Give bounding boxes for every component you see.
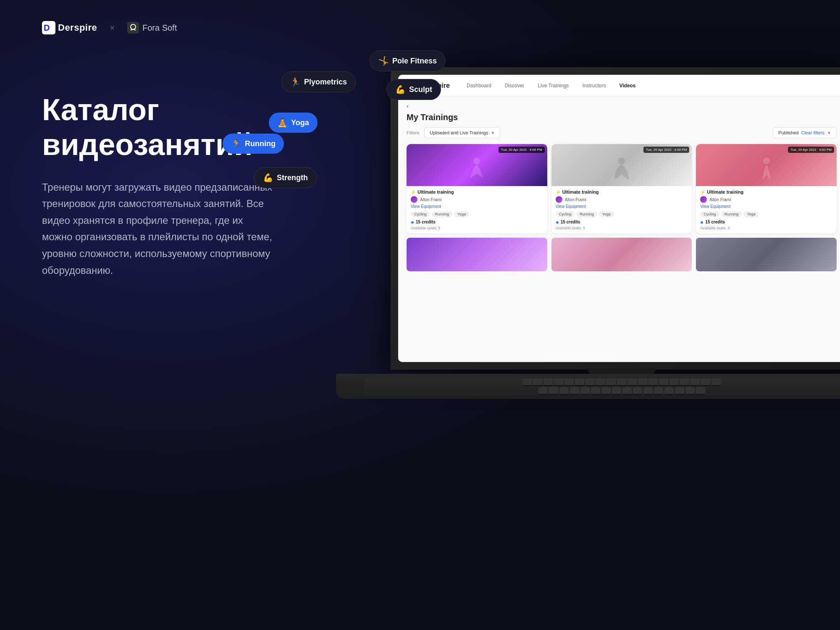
running-label: Running: [245, 139, 276, 148]
derspire-logo-icon: D: [42, 21, 55, 34]
fire-icon-3: ⚡: [700, 190, 705, 194]
filter-type-dropdown[interactable]: Uploaded and Live Trainings ▼: [424, 127, 500, 138]
sculpt-icon: 💪: [395, 84, 406, 94]
card-image-2: Tue, 20 Apr 2022 · 4:00 PM: [551, 144, 692, 186]
section-title: My Trainings: [407, 113, 837, 122]
bottom-card-1[interactable]: [407, 238, 547, 271]
card-title-3: Ultimate training: [707, 189, 743, 194]
plyometrics-icon: 🏃: [290, 77, 301, 87]
figure-svg-1: [466, 157, 487, 186]
bottom-card-2[interactable]: [551, 238, 692, 271]
view-equipment-2[interactable]: View Equipment: [556, 204, 688, 209]
card-body-3: ⚡ Ultimate training Alton Frami View Equ…: [696, 186, 837, 234]
pole-fitness-icon: 🤸: [378, 56, 389, 66]
credits-text-1: 15 credits: [416, 220, 436, 224]
credits-text-2: 15 credits: [561, 220, 580, 224]
tag-cycling-1: Cycling: [411, 211, 430, 217]
card-image-3: Tue, 20 Apr 2022 · 4:00 PM: [696, 144, 837, 186]
nav-dashboard[interactable]: Dashboard: [467, 83, 491, 89]
card-tags-2: Cycling Running Yoga: [556, 211, 688, 217]
derspire-brand: D Derspire: [42, 21, 97, 34]
fire-icon-2: ⚡: [556, 190, 561, 194]
tag-pole-fitness: 🤸 Pole Fitness: [370, 50, 446, 71]
back-button[interactable]: ‹: [407, 103, 837, 109]
app-nav: Dashboard Discover Live Trainings Instru…: [467, 83, 636, 89]
bottom-card-3[interactable]: [696, 238, 837, 271]
keyboard-area: [365, 378, 840, 395]
card-seats-2: Available seats: 5: [556, 226, 688, 230]
fora-soft-icon: [127, 22, 139, 34]
nav-instructors[interactable]: Instructors: [582, 83, 606, 89]
card-image-1: Tue, 20 Apr 2022 · 4:00 PM: [407, 144, 547, 186]
fire-icon-1: ⚡: [411, 190, 416, 194]
pole-fitness-label: Pole Fitness: [392, 57, 437, 66]
card-title-1: Ultimate training: [417, 189, 454, 194]
instructor-name-1: Alton Frami: [420, 197, 441, 202]
tag-strength: 💪 Strength: [254, 167, 317, 188]
instructor-avatar-1: [411, 196, 417, 203]
training-card-2[interactable]: Tue, 20 Apr 2022 · 4:00 PM ⚡ Ultimate tr…: [551, 144, 692, 234]
credits-icon-1: ◉: [411, 220, 414, 224]
description-text: Тренеры могут загружать видео предзаписа…: [42, 179, 273, 279]
top-bar: D Derspire × Fora Soft: [42, 21, 177, 34]
card-seats-3: Available seats: 5: [700, 226, 832, 230]
view-equipment-3[interactable]: View Equipment: [700, 204, 832, 209]
filters-label: Filters: [407, 130, 419, 135]
svg-text:D: D: [44, 23, 50, 32]
fora-soft-label: Fora Soft: [142, 23, 177, 33]
tag-yoga-2: Yoga: [599, 211, 614, 217]
tag-running-1: Running: [432, 211, 453, 217]
tag-plyometrics: 🏃 Plyometrics: [281, 71, 356, 92]
left-content: Каталог видеозанятий Тренеры могут загру…: [42, 92, 273, 278]
card-date-badge-1: Tue, 20 Apr 2022 · 4:00 PM: [499, 147, 545, 153]
credits-icon-3: ◉: [700, 220, 704, 224]
clear-filters-link[interactable]: Clear filters: [801, 130, 824, 135]
laptop-hinge: [588, 369, 655, 374]
strength-icon: 💪: [263, 173, 273, 183]
brand-separator: ×: [110, 23, 115, 33]
card-title-row-3: ⚡ Ultimate training: [700, 189, 832, 194]
training-cards-grid: Tue, 20 Apr 2022 · 4:00 PM ⚡ Ultimate tr…: [407, 144, 837, 234]
svg-point-8: [763, 158, 770, 164]
instructor-avatar-3: [700, 196, 707, 203]
card-date-badge-2: Tue, 20 Apr 2022 · 4:00 PM: [643, 147, 690, 153]
training-card-1[interactable]: Tue, 20 Apr 2022 · 4:00 PM ⚡ Ultimate tr…: [407, 144, 547, 234]
filter-status-label: Published: [778, 130, 798, 135]
filters-row: Filters Uploaded and Live Trainings ▼ Pu…: [407, 127, 837, 138]
fora-soft-brand: Fora Soft: [127, 22, 177, 34]
status-dropdown-arrow-icon: ▼: [827, 131, 831, 135]
laptop-container: D Derspire Dashboard Discover Live Train…: [370, 67, 840, 571]
tag-cycling-2: Cycling: [556, 211, 575, 217]
card-title-row-1: ⚡ Ultimate training: [411, 189, 543, 194]
view-equipment-1[interactable]: View Equipment: [411, 204, 543, 209]
nav-videos[interactable]: Videos: [619, 83, 635, 89]
plyometrics-label: Plyometrics: [304, 78, 347, 87]
sculpt-label: Sculpt: [409, 85, 432, 94]
running-icon: 🏃: [231, 139, 242, 149]
dropdown-arrow-icon: ▼: [491, 131, 495, 135]
tag-yoga-3: Yoga: [743, 211, 759, 217]
tag-sculpt: 💪 Sculpt: [386, 79, 441, 100]
tag-running: 🏃 Running: [223, 134, 284, 154]
figure-svg-3: [756, 157, 777, 186]
card-credits-2: ◉ 15 credits: [556, 220, 688, 224]
instructor-name-3: Alton Frami: [709, 197, 731, 202]
filter-type-label: Uploaded and Live Trainings: [430, 130, 488, 135]
tag-running-2: Running: [576, 211, 597, 217]
screen-bezel: D Derspire Dashboard Discover Live Train…: [398, 75, 840, 362]
strength-label: Strength: [277, 173, 308, 182]
figure-svg-2: [611, 157, 632, 186]
svg-rect-2: [127, 22, 139, 34]
nav-live-trainings[interactable]: Live Trainings: [538, 83, 569, 89]
instructor-avatar-2: [556, 196, 562, 203]
filter-status-dropdown[interactable]: Published Clear filters ▼: [773, 127, 837, 138]
nav-discover[interactable]: Discover: [505, 83, 525, 89]
credits-text-3: 15 credits: [705, 220, 725, 224]
card-tags-3: Cycling Running Yoga: [700, 211, 832, 217]
laptop-screen-body: D Derspire Dashboard Discover Live Train…: [391, 67, 840, 370]
yoga-icon: 🧘: [277, 118, 288, 128]
card-title-2: Ultimate training: [562, 189, 599, 194]
training-card-3[interactable]: Tue, 20 Apr 2022 · 4:00 PM ⚡ Ultimate tr…: [696, 144, 837, 234]
card-credits-1: ◉ 15 credits: [411, 220, 543, 224]
card-title-row-2: ⚡ Ultimate training: [556, 189, 688, 194]
